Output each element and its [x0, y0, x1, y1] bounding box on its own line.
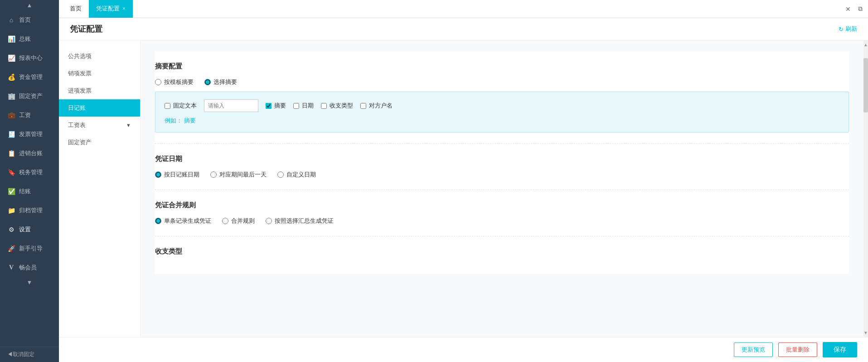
summary-config-section: 摘要配置 按模板摘要 选择摘要	[155, 51, 849, 144]
summary-options-row: 固定文本 摘要 日期	[165, 99, 839, 112]
radio-journal-date[interactable]: 按日记账日期	[155, 171, 199, 179]
sidebar-item-guide[interactable]: 🚀 新手引导	[0, 239, 59, 258]
voucher-date-section: 凭证日期 按日记账日期 对应期间最后一天 自定义日期	[155, 144, 849, 190]
sidebar-item-home[interactable]: ⌂ 首页	[0, 10, 59, 29]
checkbox-summary[interactable]: 摘要	[266, 102, 286, 110]
tab-close-button[interactable]: ×	[122, 5, 126, 12]
tab-bar: 首页 凭证配置 × ✕ ⧉	[59, 0, 868, 18]
sidebar-item-salary[interactable]: 💼 工资	[0, 106, 59, 125]
summary-radio-group: 按模板摘要 选择摘要	[155, 78, 849, 86]
page-title: 凭证配置	[70, 24, 102, 34]
sidebar-item-vip[interactable]: V 畅会员	[0, 258, 59, 277]
radio-single-record[interactable]: 单条记录生成凭证	[155, 217, 211, 225]
checkbox-counterpart[interactable]: 对方户名	[360, 102, 393, 110]
main-area: 首页 凭证配置 × ✕ ⧉ 凭证配置 ↻ 刷新 公共选项	[59, 0, 868, 362]
radio-template-summary[interactable]: 按模板摘要	[155, 78, 194, 86]
radio-by-selection[interactable]: 按照选择汇总生成凭证	[266, 217, 334, 225]
body-layout: 公共选项 销项发票 进项发票 日记账 工资表 ▼ 固定资产	[59, 40, 868, 337]
checkbox-payment-type[interactable]: 收支类型	[321, 102, 353, 110]
tab-actions: ✕ ⧉	[844, 3, 864, 15]
sidebar-item-settle[interactable]: ✅ 结账	[0, 182, 59, 201]
voucher-date-title: 凭证日期	[155, 155, 849, 163]
left-nav-fixed-assets[interactable]: 固定资产	[59, 134, 140, 151]
refresh-button[interactable]: ↻ 刷新	[839, 25, 857, 33]
left-nav-sales-invoice[interactable]: 销项发票	[59, 65, 140, 82]
sidebar-scroll-up[interactable]: ▲	[0, 0, 59, 10]
tab-home[interactable]: 首页	[63, 0, 89, 18]
sales-ledger-icon: 📋	[7, 150, 15, 157]
invoice-mgmt-icon: 🧾	[7, 131, 15, 138]
archive-icon: 📁	[7, 207, 15, 214]
vip-icon: V	[7, 264, 15, 271]
merge-rules-title: 凭证合并规则	[155, 201, 849, 210]
sidebar-item-tax[interactable]: 🔖 税务管理	[0, 163, 59, 182]
scroll-down-arrow[interactable]: ▼	[863, 328, 868, 337]
tax-icon: 🔖	[7, 169, 15, 176]
left-nav-public[interactable]: 公共选项	[59, 48, 140, 65]
income-expense-section: 收支类型	[155, 236, 849, 274]
scroll-up-arrow[interactable]: ▲	[863, 40, 868, 49]
close-window-button[interactable]: ✕	[844, 4, 853, 15]
sidebar-scroll-down[interactable]: ▼	[0, 277, 59, 288]
guide-icon: 🚀	[7, 245, 15, 252]
sidebar-item-archive[interactable]: 📁 归档管理	[0, 201, 59, 220]
scroll-track	[863, 49, 868, 328]
ledger-icon: 📊	[7, 35, 15, 43]
salary-icon: 💼	[7, 112, 15, 119]
sidebar-item-assets[interactable]: 🏢 固定资产	[0, 87, 59, 106]
sidebar: ▲ ⌂ 首页 📊 总账 📈 报表中心 💰 资金管理 🏢 固定资产 💼 工资 🧾 …	[0, 0, 59, 362]
radio-last-day[interactable]: 对应期间最后一天	[210, 171, 267, 179]
tab-voucher-config[interactable]: 凭证配置 ×	[89, 0, 133, 18]
update-preview-button[interactable]: 更新预览	[734, 342, 773, 357]
chevron-down-icon: ▼	[126, 122, 131, 128]
left-nav: 公共选项 销项发票 进项发票 日记账 工资表 ▼ 固定资产	[59, 40, 141, 337]
voucher-date-radio-group: 按日记账日期 对应期间最后一天 自定义日期	[155, 171, 849, 179]
scroll-thumb[interactable]	[863, 58, 868, 113]
radio-select-summary[interactable]: 选择摘要	[204, 78, 237, 86]
reports-icon: 📈	[7, 54, 15, 62]
assets-icon: 🏢	[7, 93, 15, 100]
sidebar-item-invoice-mgmt[interactable]: 🧾 发票管理	[0, 125, 59, 144]
example-text: 例如： 摘要	[165, 117, 839, 125]
scrollbar[interactable]: ▲ ▼	[863, 40, 868, 337]
refresh-icon: ↻	[839, 26, 844, 33]
page-header: 凭证配置 ↻ 刷新	[59, 18, 868, 40]
fixed-text-input[interactable]	[204, 99, 258, 112]
checkbox-fixed-text[interactable]: 固定文本	[165, 102, 197, 110]
home-icon: ⌂	[7, 16, 15, 24]
save-button[interactable]: 保存	[823, 342, 857, 357]
radio-custom-date[interactable]: 自定义日期	[277, 171, 316, 179]
sidebar-item-funds[interactable]: 💰 资金管理	[0, 68, 59, 87]
sidebar-item-settings[interactable]: ⚙ 设置	[0, 220, 59, 239]
left-nav-purchase-invoice[interactable]: 进项发票	[59, 82, 140, 99]
checkbox-date[interactable]: 日期	[293, 102, 314, 110]
bottom-action-bar: 更新预览 批量删除 保存	[59, 337, 868, 362]
batch-delete-button[interactable]: 批量删除	[778, 342, 817, 357]
sidebar-item-ledger[interactable]: 📊 总账	[0, 29, 59, 49]
sidebar-item-reports[interactable]: 📈 报表中心	[0, 49, 59, 68]
settle-icon: ✅	[7, 188, 15, 195]
summary-section-title: 摘要配置	[155, 62, 849, 71]
income-expense-title: 收支类型	[155, 247, 849, 256]
radio-merge-rule[interactable]: 合并规则	[222, 217, 255, 225]
summary-config-box: 固定文本 摘要 日期	[155, 92, 849, 132]
left-nav-payroll[interactable]: 工资表 ▼	[59, 117, 140, 134]
sidebar-item-sales-ledger[interactable]: 📋 进销台账	[0, 144, 59, 163]
funds-icon: 💰	[7, 73, 15, 81]
right-content: 摘要配置 按模板摘要 选择摘要	[141, 40, 863, 337]
content-area: 凭证配置 ↻ 刷新 公共选项 销项发票 进项发票 日记账	[59, 18, 868, 362]
merge-rules-radio-group: 单条记录生成凭证 合并规则 按照选择汇总生成凭证	[155, 217, 849, 225]
settings-icon: ⚙	[7, 226, 15, 233]
restore-window-button[interactable]: ⧉	[856, 3, 864, 15]
left-nav-journal[interactable]: 日记账	[59, 99, 140, 117]
sidebar-unpin-button[interactable]: ◀取消固定	[0, 347, 59, 362]
merge-rules-section: 凭证合并规则 单条记录生成凭证 合并规则 按照选择汇总生成凭证	[155, 190, 849, 236]
